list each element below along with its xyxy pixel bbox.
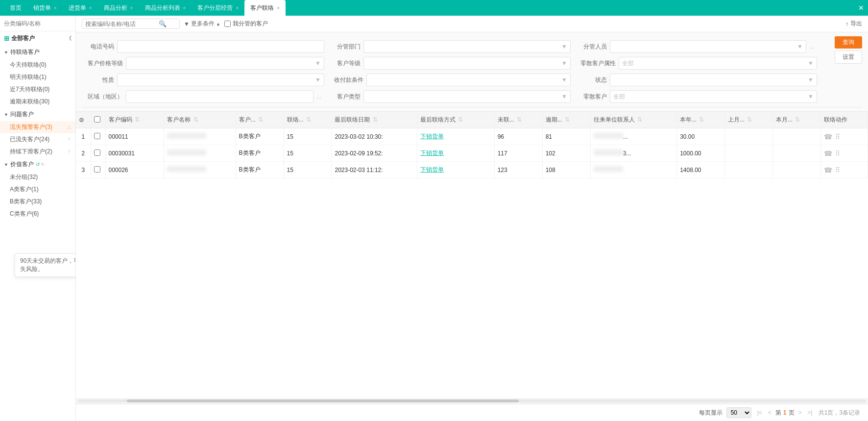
td-last-month [725, 145, 773, 162]
more-action-icon[interactable]: ⠿ [835, 133, 840, 141]
search-input[interactable] [85, 21, 159, 27]
region-select[interactable] [126, 90, 313, 103]
tab-home[interactable]: 首页 [4, 4, 27, 12]
next-page-btn[interactable]: > [796, 408, 804, 417]
sidebar-item-c-class[interactable]: C类客户(6) [0, 208, 75, 220]
contact-icon[interactable]: ☎ [824, 133, 832, 141]
td-last-method[interactable]: 下销货单 [417, 162, 495, 178]
person-select[interactable]: ▼ [610, 40, 806, 53]
select-all-checkbox[interactable] [94, 116, 100, 123]
sort-uncontacted-icon: ⇅ [517, 116, 522, 123]
th-last-method[interactable]: 最后联络方式 ⇅ [417, 112, 495, 128]
sidebar-item-churn-risk[interactable]: 流失预警客户(3) ⚠ [0, 121, 75, 133]
first-page-btn[interactable]: |< [755, 408, 764, 417]
close-sales-tab[interactable]: × [54, 5, 57, 11]
more-action-icon[interactable]: ⠿ [835, 166, 840, 174]
my-customers-checkbox-label[interactable]: 我分管的客户 [224, 20, 268, 28]
scroll-track [78, 399, 866, 402]
sidebar-item-overdue[interactable]: 逾期未联络(30) [0, 96, 75, 108]
td-checkbox[interactable] [91, 145, 105, 162]
th-contact[interactable]: 联络... ⇅ [284, 112, 332, 128]
scroll-thumb[interactable] [127, 399, 519, 402]
person-dots[interactable]: ... [806, 43, 817, 50]
td-checkbox[interactable] [91, 128, 105, 145]
sidebar-collapse-icon[interactable]: 《 [66, 35, 72, 42]
horizontal-scrollbar[interactable] [76, 398, 868, 404]
export-btn[interactable]: ↑ 导出 [845, 20, 862, 28]
td-type: B类客户 [236, 128, 284, 145]
region-dots[interactable]: ... [313, 93, 324, 100]
customer-tier-select[interactable]: ▼ [363, 57, 571, 70]
th-overdue[interactable]: 逾期... ⇅ [542, 112, 590, 128]
td-actions: ☎ ⠿ [821, 145, 868, 162]
th-code[interactable]: 客户编码 ⇅ [105, 112, 164, 128]
sort-lmonth-icon: ⇅ [747, 116, 752, 123]
table-area: ⚙ 客户编码 ⇅ 客户名称 ⇅ [76, 112, 868, 398]
th-last-month[interactable]: 上月... ⇅ [725, 112, 773, 128]
tab-customer-tier[interactable]: 客户分层经营 × [192, 0, 244, 16]
close-analysis-tab[interactable]: × [130, 5, 133, 11]
sidebar-group-churn[interactable]: ▼ 问题客户 [0, 108, 75, 121]
nature-select[interactable]: ▼ [117, 74, 324, 86]
all-customers-header[interactable]: ⊞ 全部客户 《 [0, 31, 75, 46]
status-select[interactable]: ▼ [610, 74, 817, 86]
th-this-year[interactable]: 本年... ⇅ [677, 112, 725, 128]
price-tier-select[interactable]: ▼ [126, 57, 324, 70]
sidebar-item-tomorrow[interactable]: 明天待联络(1) [0, 71, 75, 83]
window-close-button[interactable]: ✕ [858, 4, 864, 12]
page-label: 第 [775, 409, 781, 417]
retail-attr-select[interactable]: 全部 ▼ [619, 57, 817, 70]
sidebar-item-today[interactable]: 今天待联络(0) [0, 59, 75, 71]
sidebar-item-week[interactable]: 近7天待联络(0) [0, 83, 75, 96]
th-setting[interactable]: ⚙ [76, 112, 91, 128]
sidebar-item-churned[interactable]: 已流失客户(24) ？ [0, 133, 75, 146]
td-last-method[interactable]: 下销货单 [417, 145, 495, 162]
per-page-select[interactable]: 50 100 200 [726, 407, 751, 418]
more-conditions-btn[interactable]: ▼ 更多条件 ▲ [184, 20, 220, 28]
prev-page-btn[interactable]: < [766, 408, 773, 417]
th-this-month[interactable]: 本月... ⇅ [773, 112, 821, 128]
tab-analysis[interactable]: 商品分析 × [98, 0, 139, 16]
last-page-btn[interactable]: >| [806, 408, 815, 417]
td-name [164, 128, 236, 145]
close-customer-tier-tab[interactable]: × [236, 5, 239, 11]
more-action-icon[interactable]: ⠿ [835, 149, 840, 157]
td-checkbox[interactable] [91, 162, 105, 178]
retail-select[interactable]: 全部 ▼ [610, 90, 817, 103]
refresh-icon[interactable]: ↺ [36, 162, 40, 167]
tab-analysis-list[interactable]: 商品分析列表 × [139, 0, 192, 16]
th-name[interactable]: 客户名称 ⇅ [164, 112, 236, 128]
settings-icon[interactable]: ⚙ [79, 117, 84, 124]
close-customer-contact-tab[interactable]: × [277, 5, 280, 11]
th-uncontacted[interactable]: 未联... ⇅ [494, 112, 542, 128]
region-label: 区域（地区） [88, 93, 126, 101]
dept-select[interactable]: ▼ [363, 40, 571, 53]
th-last-date[interactable]: 最后联络日期 ⇅ [332, 112, 417, 128]
sidebar-group-pending[interactable]: ▼ 待联络客户 [0, 46, 75, 59]
payment-select[interactable]: ▼ [366, 74, 571, 86]
sidebar-item-b-class[interactable]: B类客户(33) [0, 196, 75, 208]
setting-button[interactable]: 设置 [835, 50, 862, 64]
edit-icon[interactable]: ✎ [41, 162, 45, 167]
my-customers-label: 我分管的客户 [233, 20, 268, 28]
sidebar-group-value[interactable]: ▼ 价值客户 ↺ ✎ [0, 158, 75, 171]
contact-icon[interactable]: ☎ [824, 149, 832, 157]
type-select[interactable]: ▼ [363, 90, 571, 103]
td-last-method[interactable]: 下销货单 [417, 128, 495, 145]
sidebar-item-declining[interactable]: 持续下滑客户(2) ？ [0, 146, 75, 158]
close-purchase-tab[interactable]: × [89, 5, 92, 11]
search-icon-main[interactable]: 🔍 [159, 20, 167, 27]
query-button[interactable]: 查询 [835, 36, 862, 49]
phone-input[interactable] [117, 40, 324, 53]
my-customers-checkbox[interactable] [224, 21, 231, 27]
tab-customer-contact[interactable]: 客户联络 × [244, 0, 286, 16]
sidebar-search-input[interactable] [4, 20, 76, 27]
sidebar-item-a-class[interactable]: A类客户(1) [0, 183, 75, 196]
contact-icon[interactable]: ☎ [824, 166, 832, 174]
th-unit-contact[interactable]: 往来单位联系人 ⇅ [590, 112, 677, 128]
th-type[interactable]: 客户... ⇅ [236, 112, 284, 128]
close-analysis-list-tab[interactable]: × [183, 5, 186, 11]
tab-purchase[interactable]: 进货单 × [63, 0, 98, 16]
sidebar-item-unclassified[interactable]: 未分组(32) [0, 171, 75, 183]
tab-sales[interactable]: 销货单 × [27, 0, 63, 16]
